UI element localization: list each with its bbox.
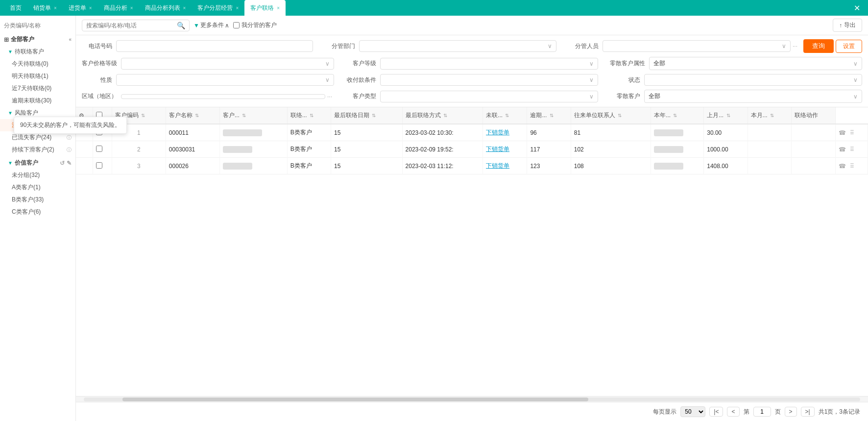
close-icon[interactable]: × [89,5,92,11]
nav-sales-order[interactable]: 销货单 × [27,0,63,16]
row-settings-cell [76,141,93,158]
arrow-down-icon: ▼ [8,49,13,54]
filter-retail-attr-select[interactable]: 全部 ∨ [649,57,862,70]
settings-button[interactable]: 设置 [836,40,862,53]
row-checkbox-cell [93,141,112,158]
row-last-contact-type[interactable]: 下销货单 [483,124,527,141]
scrollbar-track [84,397,860,401]
chevron-down-icon: ∨ [782,43,786,50]
more-action-icon[interactable]: ⠿ [850,146,854,153]
sidebar-item-b-class[interactable]: B类客户(33) [0,194,75,206]
main-layout: 🔍 ⊞ 全部客户 « ▼ 待联络客户 今天待联络(0) 明天待联络(1) 近7天… [0,16,868,421]
row-action: ☎ ⠿ [836,141,868,158]
more-button[interactable]: ··· [791,43,799,50]
filter-nature-select[interactable]: ∨ [116,74,334,86]
nav-customer-contact[interactable]: 客户联络 × [244,0,286,16]
table-row: 3 000026 B类客户 15 2023-02-03 11:12: 下销货单 … [76,158,868,174]
contact-action-icon[interactable]: ☎ [839,163,846,170]
sidebar-item-tomorrow-contact[interactable]: 明天待联络(1) [0,70,75,82]
filter-status-select[interactable]: ∨ [644,74,862,86]
sort-icon: ⇅ [550,113,554,118]
first-page-button[interactable]: |< [709,407,723,417]
nav-product-analysis-list[interactable]: 商品分析列表 × [139,0,192,16]
row-last-contact-type[interactable]: 下销货单 [483,141,527,158]
filter-customer-type-select[interactable]: ∨ [380,91,598,102]
row-this-month [791,124,835,141]
row-last-contact-date: 2023-02-09 19:52: [402,141,483,158]
prev-page-button[interactable]: < [727,407,739,417]
filter-manager-select[interactable]: ∨ [603,40,791,52]
query-button[interactable]: 查询 [803,39,834,53]
arrow-down-icon: ▼ [8,110,13,116]
sidebar-item-overdue-contact[interactable]: 逾期未联络(30) [0,95,75,107]
nav-product-analysis[interactable]: 商品分析 × [98,0,139,16]
sidebar-item-week-contact[interactable]: 近7天待联络(0) [0,82,75,95]
filter-dept-select[interactable]: ∨ [359,40,556,52]
sidebar-group-value-customers[interactable]: ▼ 价值客户 ↺ ✎ [0,156,75,169]
filter-payment-select[interactable]: ∨ [380,74,598,86]
row-last-contact-type[interactable]: 下销货单 [483,158,527,174]
more-button[interactable]: ··· [325,93,334,100]
sidebar-search-input[interactable] [4,22,76,29]
row-overdue: 102 [571,141,651,158]
row-contact-person [651,141,704,158]
nav-home[interactable]: 首页 [4,0,27,16]
close-icon[interactable]: × [130,5,133,11]
filter-row-4: 区域（地区） ··· 客户类型 ∨ 零散客户 [82,90,862,103]
filter-row-1: 电话号码 分管部门 ∨ 分管人员 ∨ [82,39,862,53]
page-number-input[interactable] [753,407,771,417]
close-icon[interactable]: × [277,5,280,11]
filter-nature: 性质 ∨ [82,74,334,86]
nav-purchase-order[interactable]: 进货单 × [63,0,98,16]
last-page-button[interactable]: >| [801,407,815,417]
row-uncontacted: 96 [527,124,571,141]
sidebar-group-pending-contact[interactable]: ▼ 待联络客户 [0,46,75,58]
filter-phone-input[interactable] [116,40,313,52]
close-icon[interactable]: × [54,5,57,11]
all-customers-section[interactable]: ⊞ 全部客户 « [0,33,75,46]
scrollbar-thumb[interactable] [122,397,588,401]
row-last-contact-date: 2023-03-02 10:30: [402,124,483,141]
table-header-row: ⚙ 客户编码 ⇅ 客户名称 ⇅ 客户... ⇅ 联络... ⇅ 最后联络日期 ⇅… [76,107,868,124]
more-action-icon[interactable]: ⠿ [850,163,854,170]
refresh-icon[interactable]: ↺ [60,160,65,167]
horizontal-scrollbar[interactable] [76,396,868,402]
th-overdue: 逾期... ⇅ [527,107,571,124]
filter-customer-level: 客户等级 ∨ [346,58,598,70]
sort-icon: ⇅ [372,113,376,118]
nav-customer-segmentation[interactable]: 客户分层经营 × [192,0,244,16]
sort-icon: ⇅ [726,113,730,118]
th-action: 联络动作 [791,107,835,124]
next-page-button[interactable]: > [785,407,797,417]
more-conditions-button[interactable]: ▼ 更多条件 ∧ [193,21,229,29]
search-button[interactable]: 🔍 [177,22,185,29]
filter-price-level-select[interactable]: ∨ [121,58,334,70]
th-contact: 联络... ⇅ [287,107,331,124]
sidebar-item-a-class[interactable]: A类客户(1) [0,181,75,194]
close-icon[interactable]: × [236,5,239,11]
contact-action-icon[interactable]: ☎ [839,146,846,153]
table-area: ⚙ 客户编码 ⇅ 客户名称 ⇅ 客户... ⇅ 联络... ⇅ 最后联络日期 ⇅… [76,107,868,396]
sidebar-item-ungrouped[interactable]: 未分组(32) [0,169,75,181]
filter-customer-level-select[interactable]: ∨ [380,58,598,70]
contact-action-icon[interactable]: ☎ [839,129,846,136]
search-input[interactable] [86,22,177,29]
my-customers-checkbox[interactable] [233,22,240,28]
export-button[interactable]: ↑ 导出 [833,19,862,32]
row-checkbox[interactable] [96,162,102,169]
page-size-select[interactable]: 50 100 200 [680,406,705,417]
filter-region-select[interactable] [121,94,325,99]
window-close-button[interactable]: ✕ [850,3,864,13]
filter-manager: 分管人员 ∨ ··· [568,40,799,52]
sidebar-item-declining[interactable]: 持续下滑客户(2) ⓘ [0,144,75,156]
filter-retail-customer-select[interactable]: 全部 ∨ [644,90,862,103]
th-this-year: 本年... ⇅ [651,107,704,124]
more-action-icon[interactable]: ⠿ [850,129,854,136]
row-checkbox[interactable] [96,146,102,152]
sort-icon: ⇅ [195,113,199,118]
sidebar-item-c-class[interactable]: C类客户(6) [0,206,75,218]
close-icon[interactable]: × [183,5,186,11]
edit-icon[interactable]: ✎ [67,160,72,167]
sidebar-item-today-contact[interactable]: 今天待联络(0) [0,58,75,70]
sort-icon: ⇅ [141,113,145,118]
